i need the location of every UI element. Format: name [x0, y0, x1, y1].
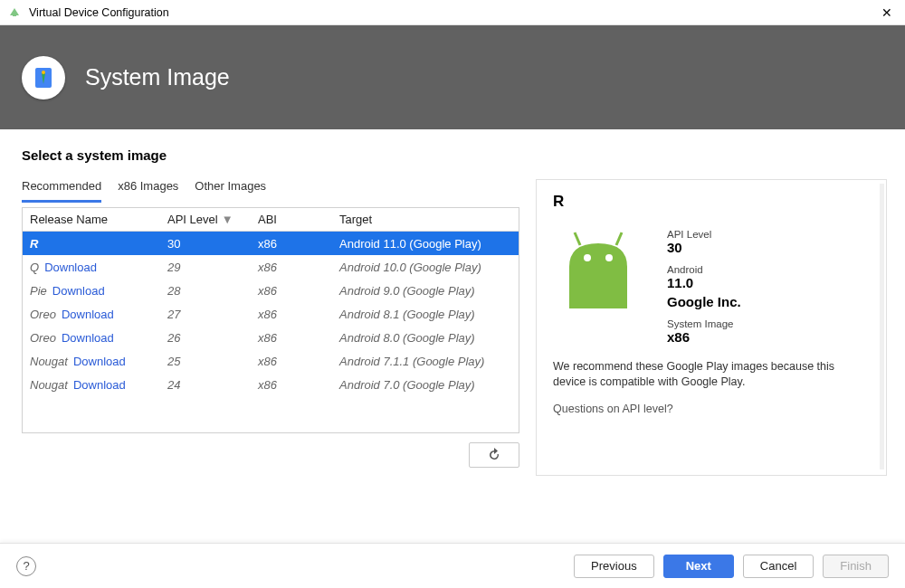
tab-other-images[interactable]: Other Images [195, 179, 266, 203]
detail-vendor: Google Inc. [667, 294, 741, 309]
col-header-target[interactable]: Target [339, 213, 519, 226]
abi-cell: x86 [258, 284, 339, 298]
target-cell: Android 8.1 (Google Play) [339, 308, 519, 321]
abi-cell: x86 [258, 237, 339, 251]
table-row[interactable]: OreoDownload26x86Android 8.0 (Google Pla… [23, 326, 519, 349]
target-cell: Android 10.0 (Google Play) [339, 261, 519, 274]
target-cell: Android 7.0 (Google Play) [339, 378, 519, 392]
release-name: Nougat [30, 378, 68, 392]
detail-title: R [553, 193, 870, 211]
questions-text: Questions on API level? [553, 403, 870, 415]
svg-line-3 [575, 232, 580, 245]
api-cell: 24 [167, 378, 258, 392]
help-icon[interactable]: ? [16, 556, 36, 576]
next-button[interactable]: Next [663, 555, 734, 578]
detail-android-value: 11.0 [667, 275, 741, 290]
col-header-api[interactable]: API Level ▼ [167, 213, 258, 226]
download-link[interactable]: Download [52, 284, 105, 298]
release-name: Nougat [30, 355, 68, 368]
abi-cell: x86 [258, 355, 339, 368]
android-studio-logo-icon [30, 64, 57, 91]
col-header-abi[interactable]: ABI [258, 213, 339, 226]
tab-x86-images[interactable]: x86 Images [118, 179, 178, 203]
svg-rect-0 [13, 14, 16, 16]
table-row[interactable]: R30x86Android 11.0 (Google Play) [23, 232, 519, 255]
detail-api-value: 30 [667, 240, 741, 255]
download-link[interactable]: Download [62, 331, 114, 345]
image-table: Release Name API Level ▼ ABI Target R30x… [22, 207, 519, 433]
table-row[interactable]: NougatDownload25x86Android 7.1.1 (Google… [23, 349, 519, 373]
target-cell: Android 9.0 (Google Play) [339, 284, 519, 298]
subheading: Select a system image [22, 147, 887, 163]
detail-sysimg-label: System Image [667, 318, 741, 329]
tabs: Recommended x86 Images Other Images [22, 179, 519, 204]
abi-cell: x86 [258, 378, 339, 392]
refresh-button[interactable] [469, 442, 519, 468]
android-mascot-icon [553, 227, 643, 354]
recommendation-text: We recommend these Google Play images be… [553, 359, 870, 390]
api-cell: 26 [167, 331, 258, 345]
svg-point-6 [605, 254, 613, 261]
download-link[interactable]: Download [62, 308, 114, 321]
detail-api-label: API Level [667, 229, 741, 240]
svg-point-5 [584, 254, 591, 261]
release-name: Q [30, 261, 39, 274]
table-row[interactable]: PieDownload28x86Android 9.0 (Google Play… [23, 279, 519, 302]
tab-recommended[interactable]: Recommended [22, 179, 101, 203]
table-row[interactable]: NougatDownload24x86Android 7.0 (Google P… [23, 373, 519, 396]
api-cell: 27 [167, 308, 258, 321]
abi-cell: x86 [258, 331, 339, 345]
api-cell: 29 [167, 261, 258, 274]
close-icon[interactable]: ✕ [876, 5, 898, 20]
previous-button[interactable]: Previous [574, 555, 654, 578]
release-name: Oreo [30, 331, 56, 345]
abi-cell: x86 [258, 261, 339, 274]
download-link[interactable]: Download [44, 261, 97, 274]
cancel-button[interactable]: Cancel [743, 555, 814, 578]
abi-cell: x86 [258, 308, 339, 321]
target-cell: Android 8.0 (Google Play) [339, 331, 519, 345]
refresh-icon [487, 448, 501, 462]
window-title: Virtual Device Configuration [29, 6, 169, 19]
page-title: System Image [85, 64, 230, 90]
api-cell: 28 [167, 284, 258, 298]
table-row[interactable]: QDownload29x86Android 10.0 (Google Play) [23, 255, 519, 279]
api-cell: 25 [167, 355, 258, 368]
table-row[interactable]: OreoDownload27x86Android 8.1 (Google Pla… [23, 302, 519, 326]
header-band: System Image [0, 25, 905, 129]
header-icon-circle [22, 56, 65, 100]
col-header-release[interactable]: Release Name [23, 213, 167, 226]
sort-desc-icon: ▼ [222, 213, 233, 226]
titlebar: Virtual Device Configuration ✕ [0, 0, 905, 25]
svg-line-4 [616, 232, 622, 245]
table-header: Release Name API Level ▼ ABI Target [23, 208, 519, 232]
target-cell: Android 11.0 (Google Play) [339, 237, 519, 251]
release-name: R [30, 237, 38, 251]
download-link[interactable]: Download [73, 355, 126, 368]
android-studio-icon [7, 6, 22, 19]
footer: ? Previous Next Cancel Finish [0, 543, 905, 588]
api-cell: 30 [167, 237, 258, 251]
svg-point-2 [42, 71, 45, 74]
finish-button[interactable]: Finish [823, 555, 889, 578]
detail-sysimg-value: x86 [667, 329, 741, 345]
release-name: Pie [30, 284, 47, 298]
download-link[interactable]: Download [73, 378, 126, 392]
detail-android-label: Android [667, 264, 741, 275]
release-name: Oreo [30, 308, 56, 321]
detail-panel: R API Level 30 Android 11.0 G [536, 179, 887, 476]
target-cell: Android 7.1.1 (Google Play) [339, 355, 519, 368]
